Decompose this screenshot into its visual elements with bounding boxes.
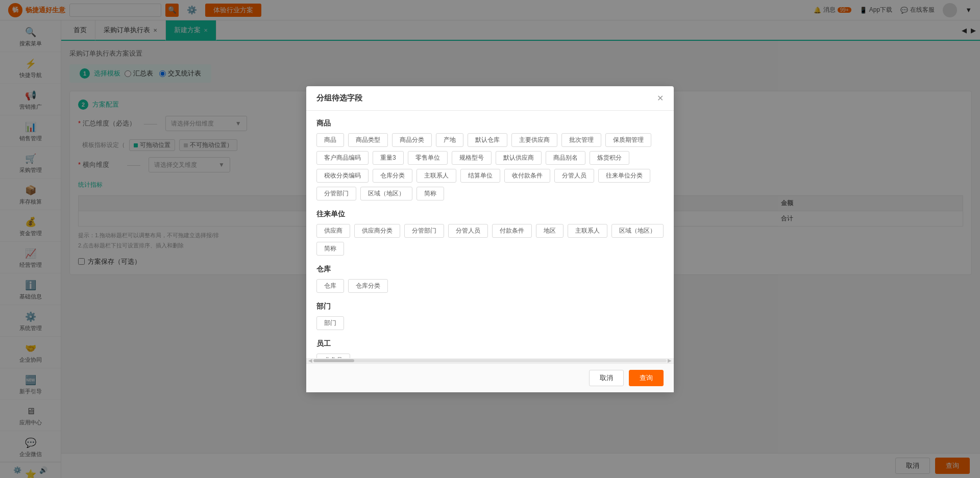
field-tag-goods[interactable]: 商品 <box>316 133 344 147</box>
field-tag-warehouse-category[interactable]: 仓库分类 <box>373 169 412 183</box>
field-tag-dept-single[interactable]: 部门 <box>316 316 344 330</box>
field-tag-settlement-unit[interactable]: 结算单位 <box>460 169 500 183</box>
scroll-thumb[interactable] <box>313 359 354 362</box>
field-tag-partner-dept[interactable]: 分管部门 <box>404 224 444 238</box>
field-tag-payment-terms[interactable]: 收付款条件 <box>504 169 550 183</box>
modal-horizontal-scrollbar[interactable]: ◀ ▶ <box>306 358 674 363</box>
field-tag-supplier[interactable]: 供应商 <box>316 224 350 238</box>
field-tag-default-warehouse[interactable]: 默认仓库 <box>468 133 507 147</box>
field-tag-supplier-category[interactable]: 供应商分类 <box>354 224 400 238</box>
modal-overlay[interactable]: 分组待选字段 ✕ 商品 商品 商品类型 商品分类 产地 默认仓库 主要供应商 批… <box>0 0 980 478</box>
field-tag-retail-unit[interactable]: 零售单位 <box>408 151 448 165</box>
field-tags-dept: 部门 <box>316 316 664 330</box>
field-tag-batch-mgmt[interactable]: 批次管理 <box>561 133 601 147</box>
field-group-dept-title: 部门 <box>316 302 664 311</box>
modal-header: 分组待选字段 ✕ <box>306 86 674 111</box>
field-tag-tax-code[interactable]: 税收分类编码 <box>316 169 369 183</box>
field-tag-expiry-mgmt[interactable]: 保质期管理 <box>605 133 651 147</box>
field-tags-goods: 商品 商品类型 商品分类 产地 默认仓库 主要供应商 批次管理 保质期管理 客户… <box>316 133 664 200</box>
modal-confirm-btn[interactable]: 查询 <box>629 370 664 386</box>
field-tag-main-contact[interactable]: 主联系人 <box>416 169 456 183</box>
field-tag-origin[interactable]: 产地 <box>436 133 463 147</box>
field-tag-partner-contact[interactable]: 主联系人 <box>568 224 607 238</box>
field-tag-partner-region[interactable]: 区域（地区） <box>611 224 664 238</box>
field-tag-short-name[interactable]: 简称 <box>416 187 444 200</box>
field-tag-main-supplier[interactable]: 主要供应商 <box>511 133 557 147</box>
field-group-warehouse: 仓库 仓库 仓库分类 <box>316 265 664 293</box>
scroll-track <box>313 359 667 362</box>
field-tags-warehouse: 仓库 仓库分类 <box>316 279 664 293</box>
field-tag-region[interactable]: 区域（地区） <box>360 187 412 200</box>
field-tag-customer-code[interactable]: 客户商品编码 <box>316 151 369 165</box>
field-tags-partner: 供应商 供应商分类 分管部门 分管人员 付款条件 地区 主联系人 区域（地区） … <box>316 224 664 256</box>
field-tag-goods-alias[interactable]: 商品别名 <box>546 151 585 165</box>
scroll-left-arrow[interactable]: ◀ <box>307 358 313 363</box>
field-group-goods: 商品 商品 商品类型 商品分类 产地 默认仓库 主要供应商 批次管理 保质期管理… <box>316 119 664 200</box>
field-tag-partner-category[interactable]: 往来单位分类 <box>598 169 650 183</box>
field-group-goods-title: 商品 <box>316 119 664 128</box>
modal-close-btn[interactable]: ✕ <box>657 93 664 103</box>
field-tag-partner-short[interactable]: 简称 <box>316 242 344 256</box>
modal-title: 分组待选字段 <box>316 93 362 103</box>
field-group-employee: 员工 业务员 <box>316 339 664 358</box>
modal-cancel-btn[interactable]: 取消 <box>589 370 624 386</box>
field-tag-supervisor[interactable]: 分管人员 <box>554 169 594 183</box>
field-group-partner: 往来单位 供应商 供应商分类 分管部门 分管人员 付款条件 地区 主联系人 区域… <box>316 210 664 256</box>
field-tag-area[interactable]: 地区 <box>536 224 564 238</box>
field-tag-default-supplier[interactable]: 默认供应商 <box>496 151 542 165</box>
field-tag-warehouse-cat[interactable]: 仓库分类 <box>348 279 388 293</box>
field-group-employee-title: 员工 <box>316 339 664 348</box>
field-tag-goods-category[interactable]: 商品分类 <box>392 133 432 147</box>
field-tag-spec-model[interactable]: 规格型号 <box>452 151 492 165</box>
field-tag-partner-supervisor[interactable]: 分管人员 <box>448 224 488 238</box>
field-tag-salesperson[interactable]: 业务员 <box>316 354 350 358</box>
field-tag-weight3[interactable]: 重量3 <box>373 151 404 165</box>
field-tag-goods-type[interactable]: 商品类型 <box>348 133 388 147</box>
modal-footer: 取消 查询 <box>306 363 674 392</box>
field-group-partner-title: 往来单位 <box>316 210 664 219</box>
field-group-dept: 部门 部门 <box>316 302 664 330</box>
modal-body: 商品 商品 商品类型 商品分类 产地 默认仓库 主要供应商 批次管理 保质期管理… <box>306 111 674 358</box>
field-group-warehouse-title: 仓库 <box>316 265 664 274</box>
field-tag-points[interactable]: 炼货积分 <box>590 151 629 165</box>
field-tags-employee: 业务员 <box>316 354 664 358</box>
field-select-modal: 分组待选字段 ✕ 商品 商品 商品类型 商品分类 产地 默认仓库 主要供应商 批… <box>306 86 674 392</box>
field-tag-partner-payment[interactable]: 付款条件 <box>492 224 532 238</box>
field-tag-dept[interactable]: 分管部门 <box>316 187 356 200</box>
field-tag-warehouse[interactable]: 仓库 <box>316 279 344 293</box>
scroll-right-arrow[interactable]: ▶ <box>667 358 673 363</box>
